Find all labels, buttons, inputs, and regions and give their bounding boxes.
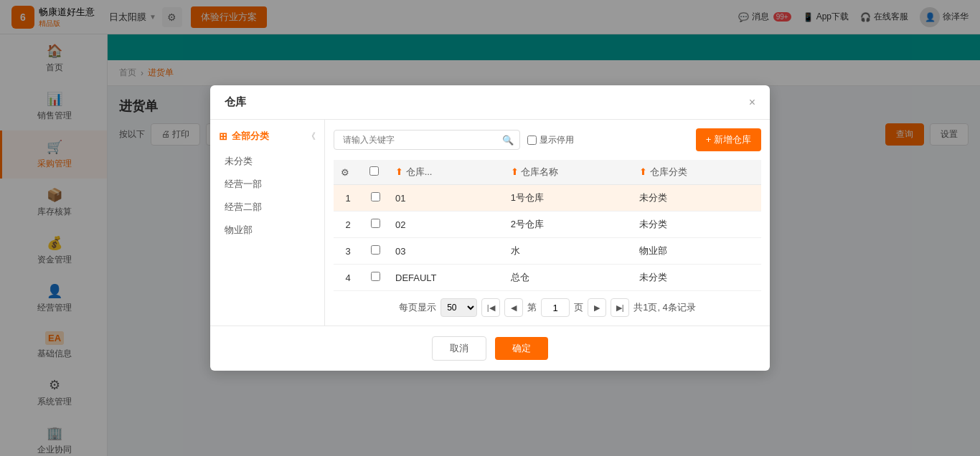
category-all[interactable]: ⊞ 全部分类 — [219, 130, 269, 143]
gear-header-icon: ⚙ — [341, 167, 349, 178]
show-disabled-label[interactable]: 显示停用 — [527, 134, 574, 146]
table-body: 1 01 1号仓库 未分类 2 02 2号仓库 — [334, 185, 761, 291]
cancel-btn[interactable]: 取消 — [432, 336, 486, 361]
pagination-summary: 共1页, 4条记录 — [633, 301, 696, 314]
modal-body: ⊞ 全部分类 《 未分类 经营一部 经营二部 物业部 🔍 — [210, 120, 770, 326]
modal-footer: 取消 确定 — [210, 326, 770, 371]
row-name-4: 总仓 — [504, 265, 633, 291]
table-row[interactable]: 4 DEFAULT 总仓 未分类 — [334, 265, 761, 291]
row-category-3: 物业部 — [632, 238, 761, 265]
confirm-btn[interactable]: 确定 — [495, 337, 548, 360]
per-page-label: 每页显示 — [399, 301, 436, 314]
table-row[interactable]: 3 03 水 物业部 — [334, 238, 761, 265]
sort-icon3: ⬆ — [639, 166, 647, 177]
modal-overlay: 仓库 × ⊞ 全部分类 《 未分类 经营一部 经营二部 物业部 — [0, 0, 980, 456]
col-check-header — [362, 160, 388, 185]
table-row[interactable]: 2 02 2号仓库 未分类 — [334, 212, 761, 238]
col-gear-header: ⚙ — [334, 160, 362, 185]
warehouse-modal: 仓库 × ⊞ 全部分类 《 未分类 经营一部 经营二部 物业部 — [210, 85, 770, 371]
first-page-btn[interactable]: |◀ — [481, 298, 500, 317]
per-page-select[interactable]: 50 20 100 — [440, 298, 477, 317]
row-name-1: 1号仓库 — [504, 185, 633, 212]
table-head: ⚙ ⬆ 仓库... ⬆ — [334, 160, 761, 185]
row-code-4: DEFAULT — [388, 265, 504, 291]
search-box: 🔍 — [334, 130, 520, 150]
table-container: ⚙ ⬆ 仓库... ⬆ — [334, 160, 761, 291]
show-disabled-checkbox[interactable] — [527, 136, 537, 145]
col-category-header: ⬆ 仓库分类 — [632, 160, 761, 185]
row-check-2[interactable] — [362, 212, 388, 238]
category-item-uncategorized[interactable]: 未分类 — [210, 150, 324, 173]
row-category-4: 未分类 — [632, 265, 761, 291]
grid-icon: ⊞ — [219, 130, 227, 142]
row-check-1[interactable] — [362, 185, 388, 212]
pagination: 每页显示 50 20 100 |◀ ◀ 第 页 ▶ ▶| 共1页, 4条记录 — [334, 291, 761, 317]
row-check-4[interactable] — [362, 265, 388, 291]
row-gear-1: 1 — [334, 185, 362, 212]
row-gear-2: 2 — [334, 212, 362, 238]
row-category-2: 未分类 — [632, 212, 761, 238]
row-gear-3: 3 — [334, 238, 362, 265]
category-collapse-btn[interactable]: 《 — [307, 130, 316, 143]
category-item-property[interactable]: 物业部 — [210, 219, 324, 242]
category-item-dept2[interactable]: 经营二部 — [210, 196, 324, 219]
search-input[interactable] — [340, 130, 502, 149]
select-all-checkbox[interactable] — [369, 166, 379, 176]
sort-icon: ⬆ — [395, 166, 403, 177]
page-label: 第 — [527, 301, 537, 314]
table-header-row: ⚙ ⬆ 仓库... ⬆ — [334, 160, 761, 185]
row-code-3: 03 — [388, 238, 504, 265]
row-category-1: 未分类 — [632, 185, 761, 212]
next-page-btn[interactable]: ▶ — [588, 298, 606, 317]
category-header: ⊞ 全部分类 《 — [210, 125, 324, 147]
category-item-dept1[interactable]: 经营一部 — [210, 173, 324, 196]
col-code-header: ⬆ 仓库... — [388, 160, 504, 185]
page-input[interactable] — [541, 298, 570, 317]
row-check-3[interactable] — [362, 238, 388, 265]
prev-page-btn[interactable]: ◀ — [504, 298, 523, 317]
page-suffix: 页 — [574, 301, 583, 314]
modal-close-btn[interactable]: × — [749, 96, 755, 109]
sort-icon2: ⬆ — [511, 166, 519, 177]
table-row[interactable]: 1 01 1号仓库 未分类 — [334, 185, 761, 212]
row-gear-4: 4 — [334, 265, 362, 291]
search-icon: 🔍 — [502, 135, 514, 146]
table-toolbar: 🔍 显示停用 + 新增仓库 — [334, 128, 761, 151]
row-code-1: 01 — [388, 185, 504, 212]
row-name-2: 2号仓库 — [504, 212, 633, 238]
last-page-btn[interactable]: ▶| — [611, 298, 629, 317]
table-panel: 🔍 显示停用 + 新增仓库 ⚙ — [325, 120, 770, 326]
row-name-3: 水 — [504, 238, 633, 265]
category-panel: ⊞ 全部分类 《 未分类 经营一部 经营二部 物业部 — [210, 120, 325, 326]
add-warehouse-btn[interactable]: + 新增仓库 — [696, 128, 761, 151]
row-code-2: 02 — [388, 212, 504, 238]
modal-header: 仓库 × — [210, 85, 770, 120]
modal-title: 仓库 — [225, 95, 246, 109]
col-name-header: ⬆ 仓库名称 — [504, 160, 633, 185]
warehouse-table: ⚙ ⬆ 仓库... ⬆ — [334, 160, 761, 291]
